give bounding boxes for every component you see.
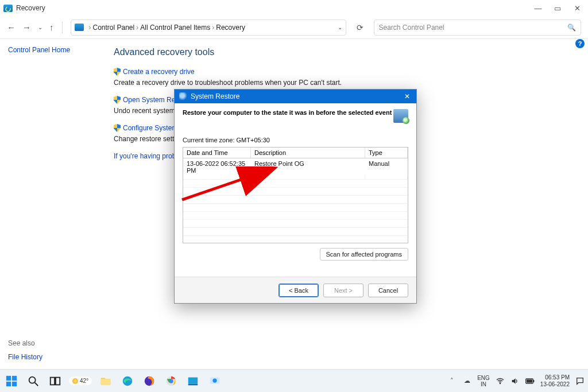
search-button[interactable] bbox=[25, 373, 41, 389]
shield-icon bbox=[114, 96, 121, 104]
table-row bbox=[183, 176, 408, 179]
search-input[interactable]: Search Control Panel 🔍 bbox=[374, 20, 582, 36]
dialog-body: Current time zone: GMT+05:30 Date and Ti… bbox=[175, 137, 416, 277]
onedrive-icon[interactable]: ☁ bbox=[462, 377, 471, 386]
table-row bbox=[183, 227, 408, 235]
svg-line-7 bbox=[35, 382, 38, 386]
app-icon-1[interactable] bbox=[185, 373, 201, 389]
restore-monitor-icon bbox=[393, 109, 408, 123]
lang-bot: IN bbox=[477, 381, 490, 387]
folder-icon bbox=[75, 24, 84, 31]
create-recovery-drive-link[interactable]: Create a recovery drive bbox=[114, 68, 195, 76]
taskbar: 42° ˄ ☁ ENG IN bbox=[0, 369, 588, 392]
timezone-label: Current time zone: GMT+05:30 bbox=[183, 137, 408, 143]
table-row bbox=[183, 195, 408, 203]
table-row bbox=[183, 235, 408, 243]
search-icon: 🔍 bbox=[567, 24, 576, 32]
language-indicator[interactable]: ENG IN bbox=[477, 375, 490, 387]
table-row bbox=[183, 211, 408, 219]
recent-dropdown-icon[interactable]: ⌄ bbox=[38, 24, 42, 30]
restore-point-row[interactable]: 13-06-2022 06:52:35 PM Restore Point OG … bbox=[183, 158, 408, 176]
file-history-link[interactable]: File History bbox=[8, 353, 42, 361]
dialog-close-button[interactable]: ✕ bbox=[403, 92, 412, 100]
page-heading: Advanced recovery tools bbox=[114, 47, 577, 57]
sun-icon bbox=[72, 378, 78, 384]
link-label: Create a recovery drive bbox=[123, 68, 195, 76]
clock[interactable]: 06:53 PM 13-06-2022 bbox=[540, 374, 570, 388]
forward-button[interactable]: → bbox=[22, 22, 31, 32]
start-button[interactable] bbox=[3, 373, 20, 389]
notifications-icon[interactable] bbox=[575, 377, 585, 386]
back-button[interactable]: < Back bbox=[278, 284, 319, 297]
firefox-icon[interactable] bbox=[141, 373, 157, 389]
lang-top: ENG bbox=[477, 375, 490, 381]
column-header-datetime[interactable]: Date and Time bbox=[183, 148, 251, 158]
weather-widget[interactable]: 42° bbox=[69, 377, 92, 385]
chevron-right-icon: › bbox=[89, 24, 91, 32]
chevron-up-icon[interactable]: ˄ bbox=[447, 377, 457, 386]
up-button[interactable]: ↑ bbox=[49, 22, 54, 32]
svg-rect-5 bbox=[12, 381, 17, 386]
chrome-icon[interactable] bbox=[163, 373, 179, 389]
see-also: See also File History bbox=[8, 339, 42, 361]
address-bar[interactable]: › Control Panel › All Control Panel Item… bbox=[71, 20, 346, 36]
volume-icon[interactable] bbox=[510, 377, 520, 386]
address-dropdown-icon[interactable]: ⌄ bbox=[338, 24, 342, 30]
edge-icon[interactable] bbox=[119, 373, 136, 389]
clock-time: 06:53 PM bbox=[540, 374, 570, 381]
svg-rect-10 bbox=[101, 379, 111, 385]
svg-point-18 bbox=[212, 378, 216, 382]
explorer-toolbar: ← → ⌄ ↑ › Control Panel › All Control Pa… bbox=[0, 16, 588, 39]
system-restore-icon bbox=[179, 92, 187, 100]
dialog-title: System Restore bbox=[191, 92, 239, 100]
app-icon-2[interactable] bbox=[207, 373, 223, 389]
system-restore-dialog: System Restore ✕ Restore your computer t… bbox=[174, 89, 417, 304]
chevron-right-icon: › bbox=[136, 24, 138, 32]
help-icon[interactable]: ? bbox=[575, 39, 585, 48]
scan-affected-programs-button[interactable]: Scan for affected programs bbox=[320, 248, 408, 261]
table-row bbox=[183, 179, 408, 187]
svg-point-6 bbox=[29, 377, 36, 383]
control-panel-home-link[interactable]: Control Panel Home bbox=[8, 46, 70, 54]
task-view-button[interactable] bbox=[47, 373, 63, 389]
shield-icon bbox=[114, 68, 121, 76]
window-titlebar: Recovery ― ▭ ✕ bbox=[0, 0, 588, 16]
recovery-icon bbox=[3, 5, 13, 12]
cancel-button[interactable]: Cancel bbox=[368, 284, 408, 297]
cell-datetime: 13-06-2022 06:52:35 PM bbox=[183, 158, 251, 176]
close-button[interactable]: ✕ bbox=[573, 4, 581, 12]
sidebar: Control Panel Home See also File History bbox=[0, 39, 102, 369]
svg-point-19 bbox=[500, 383, 500, 383]
weather-temp: 42° bbox=[80, 378, 88, 384]
svg-rect-3 bbox=[12, 375, 17, 380]
dialog-footer: < Back Next > Cancel bbox=[175, 277, 416, 303]
clock-date: 13-06-2022 bbox=[540, 381, 570, 388]
shield-icon bbox=[114, 124, 121, 132]
svg-rect-4 bbox=[6, 381, 11, 386]
table-row bbox=[183, 187, 408, 195]
next-button[interactable]: Next > bbox=[323, 284, 363, 297]
refresh-button[interactable]: ⟳ bbox=[352, 20, 368, 36]
breadcrumb-segment[interactable]: All Control Panel Items bbox=[140, 24, 210, 32]
breadcrumb-segment[interactable]: Recovery bbox=[216, 24, 245, 32]
table-row bbox=[183, 203, 408, 211]
svg-rect-2 bbox=[6, 375, 11, 380]
dialog-heading: Restore your computer to the state it wa… bbox=[183, 109, 392, 116]
back-button[interactable]: ← bbox=[7, 22, 16, 32]
svg-rect-22 bbox=[527, 379, 532, 382]
search-placeholder: Search Control Panel bbox=[379, 24, 444, 32]
column-header-description[interactable]: Description bbox=[251, 148, 365, 158]
battery-icon[interactable] bbox=[525, 377, 535, 386]
see-also-heading: See also bbox=[8, 339, 42, 347]
column-header-type[interactable]: Type bbox=[365, 148, 408, 158]
minimize-button[interactable]: ― bbox=[534, 4, 542, 12]
wifi-icon[interactable] bbox=[496, 377, 505, 386]
breadcrumb-segment[interactable]: Control Panel bbox=[93, 24, 135, 32]
dialog-titlebar[interactable]: System Restore ✕ bbox=[175, 90, 416, 103]
restore-points-table[interactable]: Date and Time Description Type 13-06-202… bbox=[183, 147, 408, 243]
maximize-button[interactable]: ▭ bbox=[554, 4, 562, 12]
file-explorer-icon[interactable] bbox=[98, 373, 114, 389]
window-title: Recovery bbox=[16, 4, 45, 12]
svg-rect-15 bbox=[188, 377, 198, 383]
svg-rect-16 bbox=[188, 383, 198, 385]
